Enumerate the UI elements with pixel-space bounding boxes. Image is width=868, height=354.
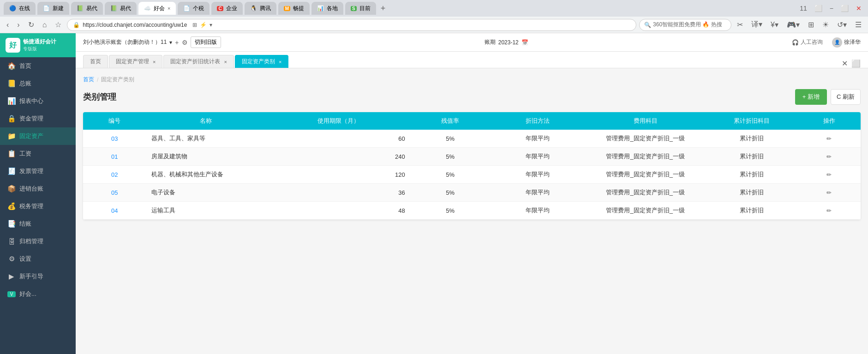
search-bar[interactable]: 🔍 360智能抠图免费用 🔥 热搜 xyxy=(639,19,731,31)
code-link[interactable]: 02 xyxy=(111,171,118,178)
menu-button[interactable]: ☰ xyxy=(852,18,864,31)
window-restore-button[interactable]: − xyxy=(827,4,836,13)
cell-name: 机器、机械和其他生产设备 xyxy=(146,166,266,184)
browser-toolbar: ‹ › ↻ ⌂ ☆ 🔒 https://cloud.chanjet.com/ac… xyxy=(0,17,868,33)
guide-icon: ▶ xyxy=(7,272,16,281)
more-icon: V xyxy=(7,291,16,297)
sidebar-item-home[interactable]: 🏠 首页 xyxy=(0,57,76,75)
window-maximize-button[interactable]: ⬜ xyxy=(838,4,851,13)
sidebar-item-inventory[interactable]: 📦 进销台账 xyxy=(0,180,76,198)
cell-expense: 管理费用_固定资产折旧_一级 xyxy=(586,130,706,148)
cell-accumulated: 累计折旧 xyxy=(706,130,798,148)
dropdown-icon[interactable]: ▾ xyxy=(169,39,172,46)
switch-version-button[interactable]: 切到旧版 xyxy=(191,36,221,48)
browser-tab-4[interactable]: 📗 易代 xyxy=(105,2,137,15)
sidebar-item-invoice[interactable]: 🧾 发票管理 xyxy=(0,162,76,180)
currency-button[interactable]: ¥▾ xyxy=(768,18,781,31)
add-button[interactable]: + 新增 xyxy=(795,89,827,105)
sidebar-item-settle[interactable]: 📑 结账 xyxy=(0,215,76,233)
cell-method: 年限平均 xyxy=(490,130,586,148)
close-window-button[interactable]: ✕ xyxy=(842,59,848,68)
close-tab-category-icon[interactable]: × xyxy=(279,59,281,65)
page-tab-assets[interactable]: 固定资产管理 × xyxy=(109,55,162,68)
close-tab-5-icon[interactable]: × xyxy=(168,6,170,11)
cell-expense: 管理费用_固定资产折旧_一级 xyxy=(586,202,706,220)
window-minimize-button[interactable]: 11 xyxy=(797,4,810,13)
breadcrumb: 首页 / 固定资产类别 xyxy=(83,76,861,84)
sidebar-item-salary[interactable]: 📋 工资 xyxy=(0,145,76,162)
edit-icon[interactable]: ✏ xyxy=(826,207,832,214)
cell-accumulated: 累计折旧 xyxy=(706,148,798,166)
sidebar-item-settings[interactable]: ⚙ 设置 xyxy=(0,250,76,268)
col-accumulated: 累计折旧科目 xyxy=(706,112,798,130)
page-tab-home[interactable]: 首页 xyxy=(83,55,108,68)
browser-tab-10[interactable]: 📊 各地 xyxy=(311,2,343,15)
sidebar-item-more[interactable]: V 好会... xyxy=(0,285,76,303)
close-tab-depreciation-icon[interactable]: × xyxy=(224,59,227,65)
address-bar[interactable]: 🔒 https://cloud.chanjet.com/accounting/u… xyxy=(67,19,636,31)
scissors-button[interactable]: ✂ xyxy=(734,18,746,31)
sidebar-item-guide[interactable]: ▶ 新手引导 xyxy=(0,268,76,285)
archive-icon: 🗄 xyxy=(7,238,16,246)
reload-button[interactable]: ↻ xyxy=(25,18,37,31)
page-tab-category[interactable]: 固定资产类别 × xyxy=(235,55,288,68)
home-button[interactable]: ⌂ xyxy=(40,19,50,31)
browser-tab-7[interactable]: C 企业 xyxy=(211,2,242,15)
user-avatar[interactable]: 👤 徐泽华 xyxy=(832,37,861,48)
browser-tab-2[interactable]: 📄 新建 xyxy=(37,2,69,15)
edit-icon[interactable]: ✏ xyxy=(826,135,832,142)
sidebar-item-reports[interactable]: 📊 报表中心 xyxy=(0,92,76,110)
category-table: 编号 名称 使用期限（月） 残值率 折旧方法 费用科目 累计折旧科目 操作 03… xyxy=(83,112,861,220)
window-close-button[interactable]: ✕ xyxy=(853,4,864,13)
forward-button[interactable]: › xyxy=(14,19,22,31)
cell-action: ✏ xyxy=(798,202,861,220)
code-link[interactable]: 03 xyxy=(111,135,118,142)
sidebar-item-funds[interactable]: 🔒 资金管理 xyxy=(0,110,76,127)
grid-button[interactable]: ⊞ xyxy=(805,18,817,31)
code-link[interactable]: 04 xyxy=(111,207,118,214)
edit-icon[interactable]: ✏ xyxy=(826,153,832,160)
game-button[interactable]: 🎮▾ xyxy=(784,18,802,31)
browser-tab-8[interactable]: 🐧 腾讯 xyxy=(245,2,276,15)
maximize-window-button[interactable]: ⬜ xyxy=(851,59,861,68)
close-tab-assets-icon[interactable]: × xyxy=(153,59,156,65)
invoice-icon: 🧾 xyxy=(7,167,16,175)
sidebar-item-ledger[interactable]: 📒 总账 xyxy=(0,75,76,92)
search-icon: 🔍 xyxy=(644,22,651,28)
calendar-icon[interactable]: 📅 xyxy=(521,39,528,46)
bookmark-button[interactable]: ☆ xyxy=(52,18,64,31)
support-link[interactable]: 🎧 人工咨询 xyxy=(792,38,823,46)
browser-tab-1[interactable]: 🔵 在线 xyxy=(4,2,36,15)
settings-gear-icon[interactable]: ⚙ xyxy=(182,39,188,46)
back-button[interactable]: ‹ xyxy=(4,19,12,31)
browser-tab-5[interactable]: ☁️ 好会 × xyxy=(138,2,176,15)
period-info: 账期 2023-12 📅 xyxy=(485,38,528,46)
browser-tab-11[interactable]: S 目前 xyxy=(345,2,376,15)
brightness-button[interactable]: ☀ xyxy=(820,18,832,31)
sidebar-item-tax[interactable]: 💰 税务管理 xyxy=(0,198,76,215)
sidebar-item-archive[interactable]: 🗄 归档管理 xyxy=(0,233,76,250)
browser-tab-6[interactable]: 📄 个税 xyxy=(178,2,210,15)
breadcrumb-home[interactable]: 首页 xyxy=(83,76,94,84)
edit-icon[interactable]: ✏ xyxy=(826,171,832,178)
new-tab-button[interactable]: + xyxy=(378,2,389,15)
browser-tab-9[interactable]: M 畅提 xyxy=(278,2,310,15)
table-header: 编号 名称 使用期限（月） 残值率 折旧方法 费用科目 累计折旧科目 操作 xyxy=(83,112,861,130)
cell-accumulated: 累计折旧 xyxy=(706,184,798,202)
window-tab-button[interactable]: ⬜ xyxy=(812,4,825,13)
cell-expense: 管理费用_固定资产折旧_一级 xyxy=(586,184,706,202)
history-button[interactable]: ↺▾ xyxy=(834,18,850,31)
page-tab-depreciation[interactable]: 固定资产折旧统计表 × xyxy=(163,55,233,68)
sidebar-item-fixed-assets[interactable]: 📁 固定资产 xyxy=(0,127,76,145)
add-account-button[interactable]: + xyxy=(175,39,179,46)
browser-tab-3[interactable]: 📗 易代 xyxy=(71,2,103,15)
translate-button[interactable]: 译▾ xyxy=(748,18,765,31)
edit-icon[interactable]: ✏ xyxy=(826,189,832,196)
refresh-button[interactable]: C 刷新 xyxy=(831,89,861,105)
page-tab-bar: 首页 固定资产管理 × 固定资产折旧统计表 × 固定资产类别 × ✕ ⬜ xyxy=(76,52,868,68)
col-name: 名称 xyxy=(146,112,266,130)
code-link[interactable]: 01 xyxy=(111,153,118,160)
cell-residual: 5% xyxy=(411,202,490,220)
code-link[interactable]: 05 xyxy=(111,189,118,196)
settle-icon: 📑 xyxy=(7,220,16,228)
